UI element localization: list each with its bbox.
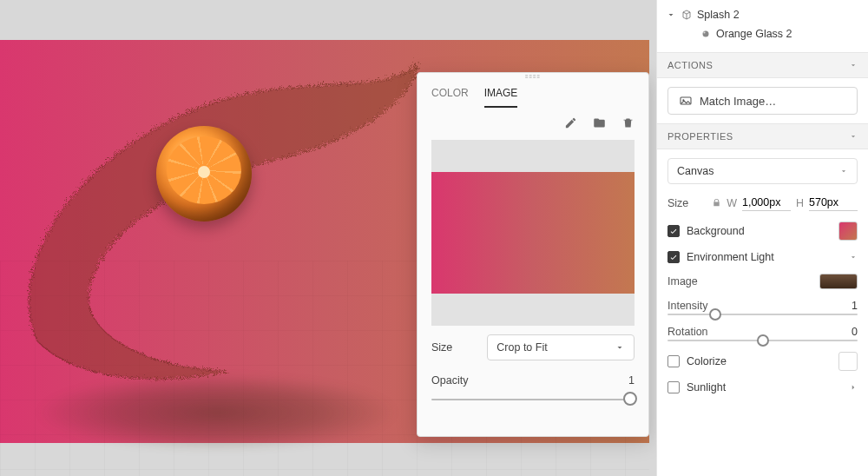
height-input[interactable]: [809, 195, 858, 211]
tab-color[interactable]: COLOR: [431, 87, 469, 108]
width-label: W: [727, 197, 737, 209]
intensity-slider[interactable]: [667, 312, 858, 315]
match-image-label: Match Image…: [700, 95, 776, 108]
material-icon: [700, 29, 711, 39]
sunlight-checkbox[interactable]: Sunlight: [667, 381, 726, 393]
match-image-icon: [679, 94, 693, 108]
check-icon: [669, 253, 678, 261]
background-checkbox[interactable]: Background: [667, 225, 745, 237]
background-color-swatch[interactable]: [838, 221, 858, 241]
trash-icon[interactable]: [621, 116, 635, 133]
rotation-slider[interactable]: [667, 338, 858, 341]
lock-icon[interactable]: [712, 198, 721, 208]
opacity-label: Opacity: [431, 374, 468, 387]
image-preview-thumb: [431, 172, 635, 294]
size-select-value: Crop to Fit: [496, 341, 547, 354]
popover-tabs: COLOR IMAGE: [418, 80, 648, 108]
background-image-popover: ≡≡≡≡ COLOR IMAGE Size Crop to Fit Opacit…: [417, 72, 649, 437]
svg-point-0: [703, 31, 709, 37]
scene-item-label: Orange Glass 2: [716, 28, 792, 40]
size-label: Size: [431, 341, 452, 354]
chevron-down-icon: [849, 61, 858, 69]
match-image-button[interactable]: Match Image…: [667, 87, 858, 115]
tab-image[interactable]: IMAGE: [484, 87, 518, 108]
scene-item-material[interactable]: Orange Glass 2: [666, 24, 859, 43]
chevron-down-icon: [666, 10, 676, 20]
width-input[interactable]: [742, 195, 791, 211]
popover-grip[interactable]: ≡≡≡≡: [418, 73, 648, 80]
rotation-label: Rotation: [667, 326, 708, 338]
chevron-down-icon[interactable]: [849, 253, 858, 261]
check-icon: [669, 227, 678, 235]
size-label: Size: [667, 197, 688, 209]
canvas-select-label: Canvas: [677, 165, 713, 177]
orange-object[interactable]: [156, 126, 252, 221]
scene-item-splash[interactable]: Splash 2: [666, 5, 859, 24]
chevron-down-icon: [849, 132, 858, 141]
chevron-right-icon[interactable]: [849, 383, 858, 392]
opacity-value: 1: [628, 374, 635, 387]
intensity-label: Intensity: [667, 300, 708, 312]
env-image-label: Image: [667, 275, 698, 288]
rotation-value: 0: [852, 326, 858, 338]
scene-tree: Splash 2 Orange Glass 2: [657, 0, 868, 52]
actions-header[interactable]: ACTIONS: [657, 52, 868, 78]
colorize-swatch[interactable]: [838, 352, 858, 371]
intensity-value: 1: [852, 300, 858, 312]
folder-icon[interactable]: [593, 116, 606, 133]
background-label: Background: [687, 225, 745, 237]
edit-icon[interactable]: [564, 116, 577, 133]
actions-header-label: ACTIONS: [667, 60, 713, 70]
scene-item-label: Splash 2: [697, 9, 740, 21]
object-shadow: [35, 374, 399, 452]
env-light-checkbox[interactable]: Environment Light: [667, 251, 774, 263]
height-label: H: [796, 197, 804, 209]
chevron-down-icon: [839, 167, 848, 175]
size-select[interactable]: Crop to Fit: [487, 334, 635, 360]
chevron-down-icon: [615, 342, 625, 353]
right-panel: Splash 2 Orange Glass 2 ACTIONS Match Im…: [656, 0, 868, 476]
colorize-checkbox[interactable]: Colorize: [667, 355, 727, 367]
properties-header-label: PROPERTIES: [667, 131, 733, 142]
canvas-select[interactable]: Canvas: [667, 158, 858, 184]
env-light-label: Environment Light: [687, 251, 774, 263]
image-preview[interactable]: [431, 140, 635, 326]
sunlight-label: Sunlight: [687, 381, 726, 393]
cube-icon: [681, 10, 692, 20]
colorize-label: Colorize: [687, 355, 727, 367]
opacity-slider[interactable]: [418, 387, 648, 409]
svg-point-1: [703, 31, 705, 33]
properties-header[interactable]: PROPERTIES: [657, 123, 868, 149]
env-image-thumb[interactable]: [819, 274, 858, 289]
